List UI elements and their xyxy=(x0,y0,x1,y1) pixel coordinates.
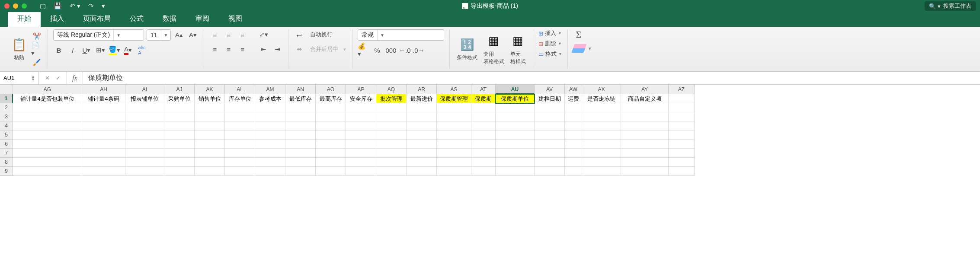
cell-AI7[interactable] xyxy=(125,149,164,158)
cell-AQ4[interactable] xyxy=(376,121,407,130)
cell-AU4[interactable] xyxy=(496,121,535,130)
cell-AM3[interactable] xyxy=(255,112,285,121)
cell-AV3[interactable] xyxy=(535,112,565,121)
cell-AJ1[interactable]: 采购单位 xyxy=(164,94,195,103)
cell-AZ8[interactable] xyxy=(669,158,695,167)
cell-AN7[interactable] xyxy=(285,149,316,158)
cell-AK1[interactable]: 销售单位 xyxy=(195,94,225,103)
cell-AP3[interactable] xyxy=(346,112,376,121)
cell-AV9[interactable] xyxy=(535,167,565,176)
cell-AN5[interactable] xyxy=(285,130,316,140)
cell-AR2[interactable] xyxy=(407,103,437,112)
cell-AU9[interactable] xyxy=(496,167,535,176)
cell-AU1[interactable]: 保质期单位 xyxy=(496,94,535,103)
cell-AH2[interactable] xyxy=(82,103,125,112)
cell-AK3[interactable] xyxy=(195,112,225,121)
cell-AG8[interactable] xyxy=(13,158,82,167)
cell-AT1[interactable]: 保质期 xyxy=(471,94,496,103)
column-header-AH[interactable]: AH xyxy=(82,85,125,94)
cell-AO3[interactable] xyxy=(316,112,346,121)
cell-AK7[interactable] xyxy=(195,149,225,158)
cell-AX2[interactable] xyxy=(582,103,621,112)
undo-icon[interactable]: ↶ ▾ xyxy=(70,2,80,10)
cell-AO5[interactable] xyxy=(316,130,346,140)
cell-AW8[interactable] xyxy=(565,158,582,167)
cell-AU7[interactable] xyxy=(496,149,535,158)
cell-AI9[interactable] xyxy=(125,167,164,176)
cell-AX6[interactable] xyxy=(582,140,621,149)
cell-AO6[interactable] xyxy=(316,140,346,149)
cell-AM9[interactable] xyxy=(255,167,285,176)
qat-customize-icon[interactable]: ▾ xyxy=(102,2,105,10)
cell-AT5[interactable] xyxy=(471,130,496,140)
delete-cells-button[interactable]: ⊟ 删除 ▼ xyxy=(538,40,562,48)
cell-AK2[interactable] xyxy=(195,103,225,112)
cell-AQ7[interactable] xyxy=(376,149,407,158)
cell-AW2[interactable] xyxy=(565,103,582,112)
cell-AG7[interactable] xyxy=(13,149,82,158)
cell-AJ3[interactable] xyxy=(164,112,195,121)
cell-AY3[interactable] xyxy=(621,112,669,121)
cell-AM1[interactable]: 参考成本 xyxy=(255,94,285,103)
autosave-toggle[interactable]: ▢ xyxy=(40,2,46,10)
zoom-window[interactable] xyxy=(22,3,27,9)
cell-AU2[interactable] xyxy=(496,103,535,112)
column-header-AM[interactable]: AM xyxy=(255,85,285,94)
decrease-decimal-icon[interactable]: .0→ xyxy=(413,45,424,55)
cell-AI3[interactable] xyxy=(125,112,164,121)
cell-AP9[interactable] xyxy=(346,167,376,176)
cell-AS8[interactable] xyxy=(437,158,471,167)
tab-home[interactable]: 开始 xyxy=(8,12,41,27)
cell-AS2[interactable] xyxy=(437,103,471,112)
wrap-text-button[interactable]: ⮐ 自动换行 xyxy=(294,29,347,40)
column-header-AR[interactable]: AR xyxy=(407,85,437,94)
row-header-1[interactable]: 1 xyxy=(0,94,13,103)
fx-icon[interactable]: fx xyxy=(67,72,83,84)
cell-AI6[interactable] xyxy=(125,140,164,149)
cell-AT2[interactable] xyxy=(471,103,496,112)
row-header-4[interactable]: 4 xyxy=(0,121,13,130)
merge-center-button[interactable]: ⬌ 合并后居中 ▼ xyxy=(294,44,347,54)
currency-icon[interactable]: 💰▾ xyxy=(358,45,369,55)
bold-button[interactable]: B xyxy=(53,45,64,55)
column-header-AZ[interactable]: AZ xyxy=(669,85,695,94)
select-all-corner[interactable] xyxy=(0,85,13,94)
cell-AL7[interactable] xyxy=(225,149,255,158)
cell-AJ2[interactable] xyxy=(164,103,195,112)
cell-AP8[interactable] xyxy=(346,158,376,167)
format-painter-icon[interactable]: 🖌️ xyxy=(31,57,42,67)
column-header-AJ[interactable]: AJ xyxy=(164,85,195,94)
cell-AS9[interactable] xyxy=(437,167,471,176)
cell-AI2[interactable] xyxy=(125,103,164,112)
underline-button[interactable]: U▾ xyxy=(81,45,92,55)
cell-AW9[interactable] xyxy=(565,167,582,176)
row-header-5[interactable]: 5 xyxy=(0,130,13,140)
cell-AY5[interactable] xyxy=(621,130,669,140)
cell-AQ1[interactable]: 批次管理 xyxy=(376,94,407,103)
format-as-table-button[interactable]: ▦ 套用 表格格式 xyxy=(482,32,506,66)
cell-AW7[interactable] xyxy=(565,149,582,158)
cell-AN6[interactable] xyxy=(285,140,316,149)
column-header-AG[interactable]: AG xyxy=(13,85,82,94)
sheet-search[interactable]: 🔍 ▾ 搜索工作表 xyxy=(925,1,976,11)
row-header-9[interactable]: 9 xyxy=(0,167,13,176)
cell-AG3[interactable] xyxy=(13,112,82,121)
cell-AG5[interactable] xyxy=(13,130,82,140)
cell-AZ3[interactable] xyxy=(669,112,695,121)
cell-AM2[interactable] xyxy=(255,103,285,112)
column-header-AX[interactable]: AX xyxy=(582,85,621,94)
name-box[interactable]: AU1 ▲▼ xyxy=(0,72,39,84)
cell-AL3[interactable] xyxy=(225,112,255,121)
cell-AS7[interactable] xyxy=(437,149,471,158)
cell-AH3[interactable] xyxy=(82,112,125,121)
cell-AZ1[interactable] xyxy=(669,94,695,103)
cell-AZ5[interactable] xyxy=(669,130,695,140)
cell-AS6[interactable] xyxy=(437,140,471,149)
formula-input[interactable]: 保质期单位 xyxy=(83,73,128,83)
cell-AL9[interactable] xyxy=(225,167,255,176)
cell-AY1[interactable]: 商品自定义项 xyxy=(621,94,669,103)
cell-AL4[interactable] xyxy=(225,121,255,130)
cell-AU3[interactable] xyxy=(496,112,535,121)
cell-AJ8[interactable] xyxy=(164,158,195,167)
cell-AR3[interactable] xyxy=(407,112,437,121)
